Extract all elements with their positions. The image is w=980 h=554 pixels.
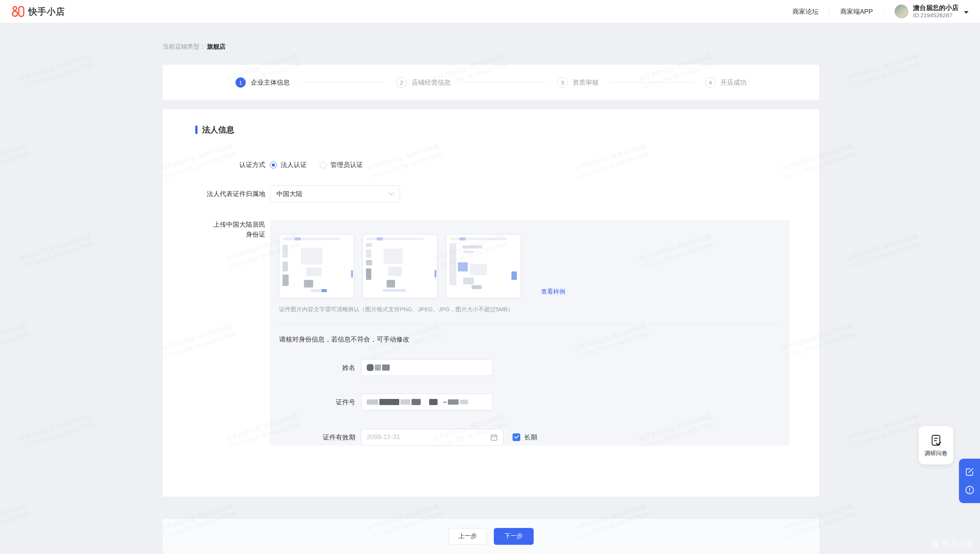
breadcrumb: 当前店铺类型：旗舰店 — [163, 43, 819, 51]
step-1-entity-info: 1 企业主体信息 — [235, 77, 290, 88]
masked-id-value — [367, 399, 378, 405]
id-upload-label: 上传中国大陆居民 身份证 — [163, 220, 265, 240]
survey-label: 调研问卷 — [924, 450, 947, 457]
validity-label: 证件有效期 — [279, 433, 355, 442]
chevron-down-icon — [389, 190, 394, 195]
onboarding-stepper: 1 企业主体信息 2 店铺经营信息 3 资质审核 4 开店成功 — [163, 65, 819, 100]
avatar[interactable] — [895, 5, 908, 18]
section-title: 法人信息 — [195, 124, 819, 135]
logo-text: 快手小店 — [28, 6, 65, 18]
auth-method-radio-group: 法人认证 管理员认证 — [270, 160, 376, 169]
upload-hint: 证件图片内容文字需可清晰辨认（图片格式支持PNG、JPEG、JPG，图片大小不超… — [279, 306, 780, 313]
header-nav: 商家论坛 商家端APP 澹台届忩的小店 ID:2194526287 — [792, 4, 969, 19]
validity-date-input[interactable]: 2099-12-31 — [361, 429, 503, 446]
step-1-number: 1 — [235, 77, 246, 88]
radio-selected-icon — [270, 162, 277, 168]
step-4-number: 4 — [705, 77, 715, 88]
legal-person-form-card: 法人信息 认证方式 法人认证 管理员认证 法人代表证件归属地 中国大陆 — [163, 109, 819, 497]
form-footer: 上一步 下一步 — [163, 518, 819, 554]
id-upload-panel: 查看样例 证件图片内容文字需可清晰辨认（图片格式支持PNG、JPEG、JPG，图… — [270, 220, 789, 446]
title-accent-bar — [195, 126, 198, 134]
step-2-number: 2 — [396, 77, 407, 88]
section-title-text: 法人信息 — [202, 124, 234, 135]
calendar-icon — [490, 434, 498, 441]
id-sample-thumb-2[interactable] — [363, 234, 438, 298]
nav-merchant-app[interactable]: 商家端APP — [840, 7, 873, 16]
next-step-button[interactable]: 下一步 — [494, 528, 534, 545]
help-info-button[interactable] — [965, 485, 975, 495]
validity-date-value: 2099-12-31 — [367, 433, 490, 441]
radio-admin-auth[interactable]: 管理员认证 — [320, 160, 363, 169]
auth-method-label: 认证方式 — [163, 160, 265, 169]
corner-watermark-logo — [931, 540, 939, 549]
view-sample-link[interactable]: 查看样例 — [541, 288, 565, 296]
masked-name-value — [367, 364, 374, 371]
shop-type-value: 旗舰店 — [207, 43, 225, 50]
id-region-label: 法人代表证件归属地 — [163, 190, 265, 198]
main-content: 当前店铺类型：旗舰店 1 企业主体信息 2 店铺经营信息 3 资质审核 4 开店… — [163, 43, 819, 554]
long-term-checkbox[interactable]: 长期 — [513, 433, 537, 442]
id-sample-thumbnails: 查看样例 — [279, 234, 780, 298]
caret-down-icon[interactable] — [964, 11, 969, 14]
step-2-shop-info: 2 店铺经营信息 — [396, 77, 451, 88]
shop-id: ID:2194526287 — [913, 12, 959, 19]
verify-identity-tip: 请核对身份信息，若信息不符合，可手动修改 — [279, 335, 780, 344]
step-3-number: 3 — [557, 77, 568, 88]
auth-method-row: 认证方式 法人认证 管理员认证 — [163, 160, 819, 169]
shop-type-label: 当前店铺类型： — [163, 43, 206, 50]
panel-divider — [279, 324, 780, 324]
id-number-label: 证件号 — [279, 398, 355, 407]
step-connector — [609, 82, 695, 83]
checkbox-checked-icon — [513, 433, 520, 441]
name-input[interactable] — [361, 359, 493, 376]
step-3-qualification-review: 3 资质审核 — [557, 77, 599, 88]
id-region-select[interactable]: 中国大陆 — [270, 185, 400, 202]
survey-widget[interactable]: 调研问卷 — [919, 426, 953, 464]
shop-name: 澹台届忩的小店 — [913, 4, 959, 12]
nav-merchant-forum[interactable]: 商家论坛 — [792, 7, 818, 16]
corner-watermark: 青瓜传媒 — [931, 539, 975, 549]
id-region-row: 法人代表证件归属地 中国大陆 — [163, 185, 819, 202]
validity-row: 证件有效期 2099-12-31 长期 — [279, 429, 780, 446]
step-connector — [300, 82, 386, 83]
side-toolbar — [959, 459, 980, 503]
id-number-row: 证件号 — [279, 394, 780, 410]
step-connector — [461, 82, 547, 83]
nav-divider — [884, 8, 884, 15]
id-number-input[interactable] — [361, 394, 493, 410]
radio-unselected-icon — [320, 162, 327, 168]
name-label: 姓名 — [279, 363, 355, 372]
survey-doc-icon — [929, 434, 942, 447]
edit-icon — [965, 467, 975, 477]
app-logo[interactable]: 快手小店 — [11, 5, 65, 18]
id-sample-thumb-1[interactable] — [279, 234, 354, 298]
top-header: 快手小店 商家论坛 商家端APP 澹台届忩的小店 ID:2194526287 — [0, 0, 980, 23]
id-sample-thumb-3[interactable] — [446, 234, 521, 298]
nav-divider — [829, 8, 830, 15]
id-region-value: 中国大陆 — [276, 190, 390, 198]
step-4-open-success: 4 开店成功 — [705, 77, 746, 88]
id-upload-row: 上传中国大陆居民 身份证 — [163, 220, 819, 446]
kuaishou-logo-icon — [11, 5, 24, 18]
name-row: 姓名 — [279, 359, 780, 376]
info-icon — [965, 485, 975, 495]
previous-step-button[interactable]: 上一步 — [449, 528, 487, 545]
radio-legal-person-auth[interactable]: 法人认证 — [270, 160, 307, 169]
feedback-edit-button[interactable] — [965, 467, 975, 477]
